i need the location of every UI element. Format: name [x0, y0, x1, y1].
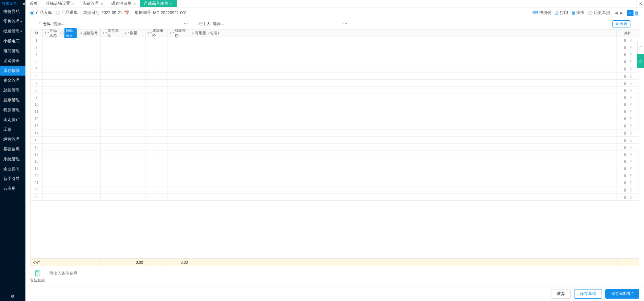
table-row[interactable]: 13🗑⎘ — [31, 122, 639, 129]
sidebar-item[interactable]: 新手引导 — [0, 174, 25, 184]
tab[interactable]: 产成品入库单× — [140, 0, 176, 7]
copy-icon[interactable]: ⎘ — [630, 152, 632, 156]
discard-button[interactable]: 放弃 — [551, 289, 571, 299]
delete-icon[interactable]: 🗑 — [623, 88, 627, 92]
sidebar-item[interactable]: 固定资产 — [0, 115, 25, 125]
table-row[interactable]: 9🗑⎘ — [31, 94, 639, 101]
delete-icon[interactable]: 🗑 — [623, 38, 627, 42]
side-tab-1[interactable]: ▢ — [637, 41, 644, 54]
table-row[interactable]: 23🗑⎘ — [31, 194, 639, 201]
table-row[interactable]: 2🗑⎘ — [31, 44, 639, 51]
sidebar-item[interactable]: 基础信息 — [0, 144, 25, 154]
col-unit[interactable]: ▲▼*库存单位 — [101, 29, 123, 37]
copy-icon[interactable]: ⎘ — [630, 102, 632, 106]
table-row[interactable]: 22🗑⎘ — [31, 186, 639, 194]
delete-icon[interactable]: 🗑 — [623, 53, 627, 57]
copy-icon[interactable]: ⎘ — [630, 131, 632, 135]
table-row[interactable]: 19🗑⎘ — [31, 165, 639, 172]
delete-icon[interactable]: 🗑 — [623, 81, 627, 85]
delete-icon[interactable]: 🗑 — [623, 174, 627, 178]
table-row[interactable]: 12🗑⎘ — [31, 115, 639, 122]
delete-icon[interactable]: 🗑 — [623, 74, 627, 78]
sidebar-item[interactable]: 零售管理▼ — [0, 17, 25, 26]
copy-icon[interactable]: ⎘ — [630, 81, 632, 85]
copy-icon[interactable]: ⎘ — [630, 53, 632, 57]
radio-product-in[interactable]: 产品入库 — [30, 10, 52, 16]
copy-icon[interactable]: ⎘ — [630, 38, 632, 42]
table-row[interactable]: 3🗑⎘ — [31, 51, 639, 58]
sidebar-item[interactable]: 电商管理 — [0, 46, 25, 56]
delete-icon[interactable]: 🗑 — [623, 138, 627, 142]
history-button[interactable]: 🕘历史单据 — [588, 10, 610, 16]
table-row[interactable]: 17🗑⎘ — [31, 151, 639, 158]
shortcut-button[interactable]: ⌨快捷键 — [532, 10, 551, 16]
table-row[interactable]: 11🗑⎘ — [31, 108, 639, 115]
action-button[interactable]: ▦操作 — [571, 10, 584, 16]
delete-icon[interactable]: 🗑 — [623, 159, 627, 163]
delete-icon[interactable]: 🗑 — [623, 195, 627, 199]
sidebar-item[interactable]: 库存核算 — [0, 66, 25, 76]
doc-date-field[interactable]: 单据日期 2022-09-21 📅 — [83, 10, 129, 16]
warehouse-filter[interactable]: * 仓库 ⋯ — [39, 21, 188, 27]
scan-badge[interactable]: 扫码录入 — [64, 28, 77, 38]
next-icon[interactable]: ▶ — [619, 11, 624, 15]
delete-icon[interactable]: 🗑 — [623, 67, 627, 71]
table-row[interactable]: 16🗑⎘ — [31, 144, 639, 151]
close-all-tabs[interactable]: ✕ — [637, 0, 644, 7]
table-row[interactable]: 7🗑⎘ — [31, 80, 639, 87]
table-row[interactable]: 4🗑⎘ — [31, 58, 639, 65]
close-icon[interactable]: × — [134, 2, 136, 6]
copy-icon[interactable]: ⎘ — [630, 109, 632, 114]
table-row[interactable]: 1🗑⎘ — [31, 37, 639, 44]
more-icon[interactable]: ⋯ — [343, 21, 348, 26]
delete-icon[interactable]: 🗑 — [623, 117, 627, 121]
delete-icon[interactable]: 🗑 — [623, 131, 627, 135]
table-row[interactable]: 15🗑⎘ — [31, 137, 639, 144]
tab[interactable]: 旺铺店铺设置× — [42, 0, 78, 7]
more-icon[interactable]: ⋯ — [184, 21, 188, 26]
sidebar-item[interactable]: 资金管理 — [0, 76, 25, 85]
sidebar-item[interactable]: 税务管理 — [0, 105, 25, 115]
sidebar-item[interactable]: 采购管理 — [0, 56, 25, 66]
sidebar-item[interactable]: 发票管理 — [0, 95, 25, 105]
save-new-button[interactable]: 保存&新增^ — [605, 289, 639, 299]
col-product-name[interactable]: ▲▼ * 产品名称 ⓘ 扫码录入 — [43, 29, 78, 37]
tab[interactable]: 采购申请单× — [107, 0, 140, 7]
table-row[interactable]: 14🗑⎘ — [31, 129, 639, 137]
col-spec[interactable]: ▲▼规格型号 — [78, 29, 101, 37]
col-amount[interactable]: ▲▼*成本金额 — [168, 29, 190, 37]
collapse-icon[interactable]: ◀ — [22, 2, 25, 5]
delete-icon[interactable]: 🗑 — [623, 145, 627, 149]
remark-input[interactable] — [49, 269, 476, 277]
handler-input[interactable] — [213, 21, 341, 26]
handler-filter[interactable]: 经手人 ⋯ — [198, 21, 348, 27]
tab[interactable]: 店铺管理× — [78, 0, 107, 7]
sidebar-item[interactable]: 总账管理 — [0, 85, 25, 95]
save-draft-button[interactable]: 保存草稿 — [574, 289, 602, 299]
sidebar-settings[interactable]: ⚙ — [0, 292, 25, 301]
table-row[interactable]: 5🗑⎘ — [31, 65, 639, 73]
sidebar-item[interactable]: 系统管理 — [0, 154, 25, 164]
copy-icon[interactable]: ⎘ — [630, 195, 632, 199]
copy-icon[interactable]: ⎘ — [630, 174, 632, 178]
copy-icon[interactable]: ⎘ — [630, 95, 632, 99]
delete-icon[interactable]: 🗑 — [623, 109, 627, 114]
copy-icon[interactable]: ⎘ — [630, 74, 632, 78]
copy-icon[interactable]: ⎘ — [630, 117, 632, 121]
delete-icon[interactable]: 🗑 — [623, 95, 627, 99]
copy-icon[interactable]: ⎘ — [630, 67, 632, 71]
warehouse-input[interactable] — [53, 21, 182, 26]
sidebar-item[interactable]: 经营管理 — [0, 135, 25, 144]
tab[interactable]: 首页 — [25, 0, 42, 7]
sidebar-search[interactable]: 搜索菜单 ◀ — [0, 0, 25, 7]
col-settings[interactable]: ⚙ — [31, 29, 43, 37]
delete-icon[interactable]: 🗑 — [623, 152, 627, 156]
delete-icon[interactable]: 🗑 — [623, 60, 627, 64]
delete-icon[interactable]: 🗑 — [623, 45, 627, 49]
table-row[interactable]: 10🗑⎘ — [31, 101, 639, 108]
sidebar-item[interactable]: 批发管理▼ — [0, 26, 25, 36]
side-tab-2[interactable]: ▢ — [637, 54, 644, 68]
prev-icon[interactable]: ◀ — [613, 11, 618, 15]
table-row[interactable]: 21🗑⎘ — [31, 179, 639, 186]
copy-icon[interactable]: ⎘ — [630, 138, 632, 142]
